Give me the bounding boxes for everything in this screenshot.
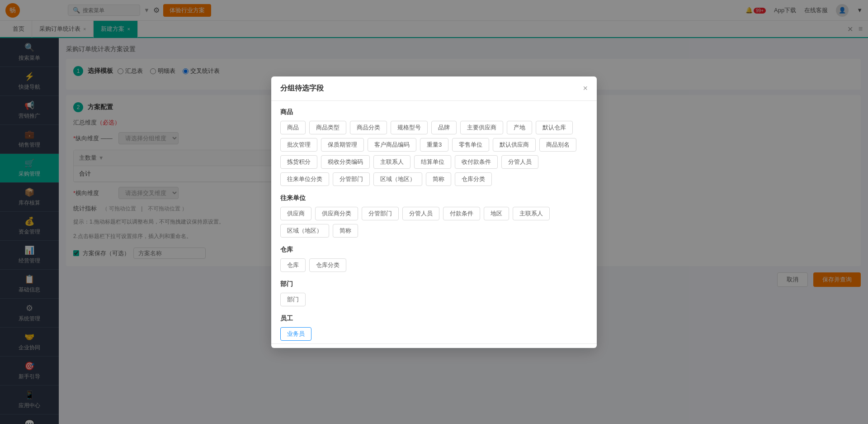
field-group-partner: 往来单位 供应商 供应商分类 分管部门 分管人员 付款条件 地区 主联系人 区域… — [280, 194, 588, 238]
modal-close-button[interactable]: × — [583, 84, 588, 93]
field-tag[interactable]: 付款条件 — [443, 207, 480, 220]
field-tag[interactable]: 结算单位 — [414, 155, 451, 169]
modal-header: 分组待选字段 × — [271, 76, 597, 101]
field-tag[interactable]: 保质期管理 — [321, 138, 364, 152]
field-group-dept: 部门 部门 — [280, 280, 588, 306]
field-tag[interactable]: 简称 — [333, 224, 358, 238]
field-tag[interactable]: 仓库分类 — [455, 172, 492, 186]
field-tag[interactable]: 收付款条件 — [455, 155, 498, 169]
field-tag[interactable]: 往来单位分类 — [280, 172, 329, 186]
field-group-goods-title: 商品 — [280, 108, 588, 116]
field-group-employee-title: 员工 — [280, 314, 588, 323]
field-tag[interactable]: 分管人员 — [501, 155, 538, 169]
field-tag[interactable]: 重量3 — [420, 138, 448, 152]
field-tag[interactable]: 商品类型 — [309, 121, 346, 134]
field-group-warehouse-title: 仓库 — [280, 246, 588, 254]
field-tag[interactable]: 品牌 — [431, 121, 457, 134]
field-tags-dept: 部门 — [280, 293, 588, 306]
field-tag[interactable]: 区域（地区） — [280, 224, 329, 238]
field-tags-warehouse: 仓库 仓库分类 — [280, 258, 588, 272]
field-tag[interactable]: 商品分类 — [350, 121, 387, 134]
field-tag[interactable]: 批次管理 — [280, 138, 317, 152]
field-tag[interactable]: 商品别名 — [539, 138, 576, 152]
field-tag[interactable]: 默认供应商 — [493, 138, 536, 152]
field-tag[interactable]: 规格型号 — [391, 121, 428, 134]
hscroll-inner — [271, 344, 597, 344]
modal-overlay: 分组待选字段 × 商品 商品 商品类型 商品分类 规格型号 品牌 主要供应商 产… — [0, 0, 868, 424]
field-group-employee: 员工 业务员 — [280, 314, 588, 341]
field-tag-employee[interactable]: 业务员 — [280, 327, 311, 341]
field-tag[interactable]: 供应商分类 — [315, 207, 358, 220]
field-tags-partner: 供应商 供应商分类 分管部门 分管人员 付款条件 地区 主联系人 区域（地区） … — [280, 207, 588, 238]
modal-title: 分组待选字段 — [280, 84, 324, 93]
field-tag[interactable]: 区域（地区） — [373, 172, 422, 186]
field-tag[interactable]: 部门 — [280, 293, 306, 306]
field-tag[interactable]: 主联系人 — [373, 155, 410, 169]
field-group-goods: 商品 商品 商品类型 商品分类 规格型号 品牌 主要供应商 产地 默认仓库 批次… — [280, 108, 588, 186]
field-tag[interactable]: 拣货积分 — [280, 155, 317, 169]
modal-dialog: 分组待选字段 × 商品 商品 商品类型 商品分类 规格型号 品牌 主要供应商 产… — [271, 76, 597, 348]
field-tag[interactable]: 商品 — [280, 121, 306, 134]
field-tag[interactable]: 客户商品编码 — [368, 138, 416, 152]
field-tag[interactable]: 税收分类编码 — [321, 155, 370, 169]
field-group-dept-title: 部门 — [280, 280, 588, 288]
field-tag[interactable]: 简称 — [426, 172, 451, 186]
field-group-partner-title: 往来单位 — [280, 194, 588, 202]
field-tag[interactable]: 分管部门 — [333, 172, 370, 186]
field-tags-goods: 商品 商品类型 商品分类 规格型号 品牌 主要供应商 产地 默认仓库 批次管理 … — [280, 121, 588, 186]
field-tags-employee: 业务员 — [280, 327, 588, 341]
modal-body[interactable]: 商品 商品 商品类型 商品分类 规格型号 品牌 主要供应商 产地 默认仓库 批次… — [271, 101, 597, 344]
field-tag[interactable]: 零售单位 — [452, 138, 489, 152]
field-tag[interactable]: 分管部门 — [362, 207, 399, 220]
modal-horizontal-scrollbar[interactable] — [271, 343, 597, 348]
field-tag[interactable]: 产地 — [507, 121, 532, 134]
field-tag[interactable]: 仓库分类 — [309, 258, 346, 272]
field-group-warehouse: 仓库 仓库 仓库分类 — [280, 246, 588, 272]
field-tag[interactable]: 仓库 — [280, 258, 306, 272]
field-tag[interactable]: 分管人员 — [402, 207, 439, 220]
field-tag[interactable]: 地区 — [484, 207, 509, 220]
field-tag[interactable]: 主要供应商 — [460, 121, 503, 134]
field-tag[interactable]: 供应商 — [280, 207, 311, 220]
field-tag[interactable]: 默认仓库 — [536, 121, 573, 134]
field-tag[interactable]: 主联系人 — [513, 207, 550, 220]
